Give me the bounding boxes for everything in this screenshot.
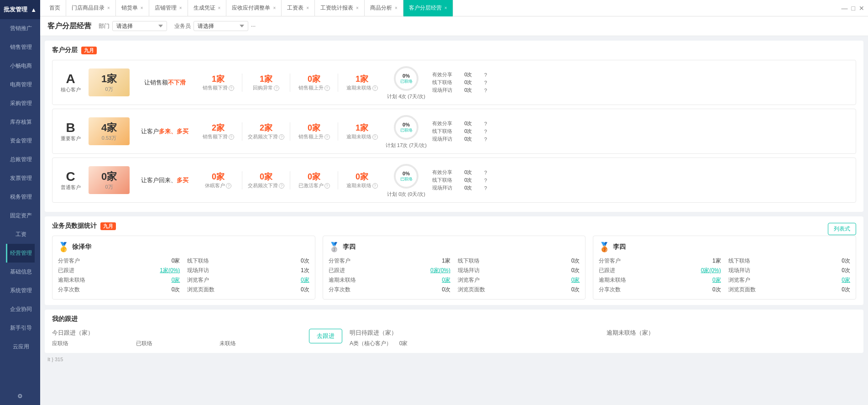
staff-stat-val-1-1: 0次 [571, 257, 580, 265]
tier-stat-2-0: 0家 休眠客户 ? [200, 171, 236, 189]
tier-right-stats-2: 有效分享 0次 ? 线下联络 0次 ? 现场拜访 0次 ? [432, 169, 487, 191]
sidebar-item-14[interactable]: 系统管理 [6, 281, 35, 300]
dept-select[interactable]: 请选择 [112, 21, 167, 31]
right-stat-info-0-2[interactable]: ? [484, 88, 487, 93]
sidebar-header[interactable]: 批发管理 ▲ [0, 0, 40, 19]
tier-stat-label-1-3: 逾期未联络 ? [346, 133, 378, 140]
sidebar-item-9[interactable]: 税务管理 [6, 188, 35, 206]
right-stat-val-1-1: 0次 [464, 128, 472, 135]
right-stat-info-1-0[interactable]: ? [484, 121, 487, 126]
maximize-icon[interactable]: □ [852, 5, 855, 12]
staff-stat-label-2-1: 线下联络 [728, 257, 750, 265]
sidebar-item-13[interactable]: 基础信息 [6, 263, 35, 281]
info-icon-2-3[interactable]: ? [372, 183, 378, 189]
right-stat-info-1-2[interactable]: ? [484, 137, 487, 142]
info-icon-2-1[interactable]: ? [279, 183, 284, 189]
sidebar-item-17[interactable]: 云应用 [6, 337, 35, 356]
sidebar-settings[interactable]: ⚙ [12, 387, 28, 405]
tab-close-9[interactable]: × [444, 5, 447, 11]
sidebar-item-2[interactable]: 小畅电商 [6, 57, 35, 75]
tab-6[interactable]: 工资表× [282, 0, 315, 16]
info-icon-1-3[interactable]: ? [372, 134, 378, 140]
right-stat-label-2-0: 有效分享 [432, 169, 452, 176]
tab-0[interactable]: 首页 [44, 0, 66, 16]
info-icon-0-0[interactable]: ? [229, 85, 234, 91]
staff-stat-val-1-2[interactable]: 0家(0%) [430, 267, 450, 274]
staff-stat-label-0-5: 浏览客户 [187, 276, 209, 284]
right-stat-row-2-0: 有效分享 0次 ? [432, 169, 487, 176]
tab-close-8[interactable]: × [395, 5, 397, 11]
right-stat-info-2-2[interactable]: ? [484, 185, 487, 191]
info-icon-0-2[interactable]: ? [324, 85, 330, 91]
tab-close-1[interactable]: × [107, 5, 110, 11]
sidebar-item-5[interactable]: 库存核算 [6, 113, 35, 131]
right-stat-info-1-1[interactable]: ? [484, 129, 487, 134]
staff-stat-val-0-5[interactable]: 0家 [301, 276, 309, 284]
staff-stat-val-0-1: 0次 [301, 257, 309, 265]
sidebar-item-3[interactable]: 电商管理 [6, 75, 35, 94]
right-stat-info-2-1[interactable]: ? [484, 178, 487, 183]
tier-divider-0-0 [242, 74, 242, 92]
tier-count-box-2: 0家 0万 [89, 166, 130, 194]
tab-close-3[interactable]: × [179, 5, 182, 11]
sidebar-item-10[interactable]: 固定资产 [6, 206, 35, 225]
tab-close-2[interactable]: × [141, 5, 143, 11]
tab-close-6[interactable]: × [306, 5, 309, 11]
info-icon-1-1[interactable]: ? [279, 134, 284, 140]
filter-more-icon[interactable]: ··· [251, 23, 256, 29]
info-icon-1-2[interactable]: ? [324, 134, 330, 140]
staff-stat-val-0-4[interactable]: 0家 [172, 276, 180, 284]
sidebar-item-15[interactable]: 企业协同 [6, 300, 35, 319]
list-view-button[interactable]: 列表式 [828, 223, 856, 235]
sidebar-item-12[interactable]: 经营管理 [6, 244, 35, 263]
circle-text-0: 0% 已联络 [400, 73, 413, 84]
staff-stat-val-1-4[interactable]: 0家 [442, 276, 450, 284]
right-stat-info-2-0[interactable]: ? [484, 170, 487, 175]
sidebar-item-0[interactable]: 营销推广 [6, 19, 35, 38]
sidebar-item-1[interactable]: 销售管理 [6, 38, 35, 57]
tier-stat-num-2-0[interactable]: 0家 [212, 171, 225, 182]
staff-stat-val-2-5[interactable]: 0家 [842, 276, 850, 284]
sidebar-item-8[interactable]: 发票管理 [6, 169, 35, 188]
right-stat-info-0-1[interactable]: ? [484, 80, 487, 85]
sidebar-item-16[interactable]: 新手引导 [6, 319, 35, 337]
info-icon-0-3[interactable]: ? [372, 85, 378, 91]
staff-stat-val-1-5[interactable]: 0家 [571, 276, 580, 284]
tab-close-4[interactable]: × [218, 5, 221, 11]
tier-row-1: B 重要客户 4家 0.53万 让客户多来、多买 2家 销售额下滑 ? 2家 交… [52, 109, 856, 154]
sidebar-item-7[interactable]: 总账管理 [6, 150, 35, 169]
staff-stat-val-0-2[interactable]: 1家(0%) [160, 267, 180, 274]
tomorrow-followup-title: 明日待跟进（家） [350, 329, 599, 337]
tab-1[interactable]: 门店商品目录× [66, 0, 116, 16]
tab-close-5[interactable]: × [273, 5, 276, 11]
close-window-icon[interactable]: ✕ [859, 5, 864, 12]
right-stat-info-0-0[interactable]: ? [484, 72, 487, 78]
staff-stat-val-2-4[interactable]: 0家 [712, 276, 721, 284]
staff-name-2: 李四 [613, 243, 626, 251]
staff-stat-val-2-2[interactable]: 0家(0%) [701, 267, 721, 274]
right-stat-label-0-0: 有效分享 [432, 71, 452, 78]
info-icon-0-1[interactable]: ? [274, 85, 279, 91]
tab-close-7[interactable]: × [356, 5, 359, 11]
goto-followup-button[interactable]: 去跟进 [309, 329, 342, 343]
tab-2[interactable]: 销货单× [116, 0, 149, 16]
tab-7[interactable]: 工资统计报表× [315, 0, 365, 16]
tab-9[interactable]: 客户分层经营× [403, 0, 453, 16]
overdue-title: 逾期未联络（家） [607, 329, 856, 337]
right-stat-row-0-2: 现场拜访 0次 ? [432, 87, 487, 94]
minimize-icon[interactable]: — [842, 5, 848, 12]
staff-select[interactable]: 请选择 [193, 21, 248, 31]
tab-5[interactable]: 应收应付调整单× [226, 0, 282, 16]
sidebar-item-11[interactable]: 工资 [6, 225, 35, 244]
info-icon-2-0[interactable]: ? [226, 183, 231, 189]
sidebar-item-6[interactable]: 资金管理 [6, 131, 35, 150]
tab-4[interactable]: 生成凭证× [188, 0, 227, 16]
tab-3[interactable]: 店铺管理× [149, 0, 188, 16]
tier-stat-num-0-0[interactable]: 1家 [212, 74, 225, 84]
info-icon-2-2[interactable]: ? [324, 183, 330, 189]
tab-8[interactable]: 商品分析× [365, 0, 403, 16]
page-header: 客户分层经营 部门 请选择 业务员 请选择 ··· [40, 16, 868, 36]
tier-stat-num-1-0[interactable]: 2家 [212, 122, 225, 133]
info-icon-1-0[interactable]: ? [229, 134, 234, 140]
sidebar-item-4[interactable]: 采购管理 [6, 94, 35, 113]
